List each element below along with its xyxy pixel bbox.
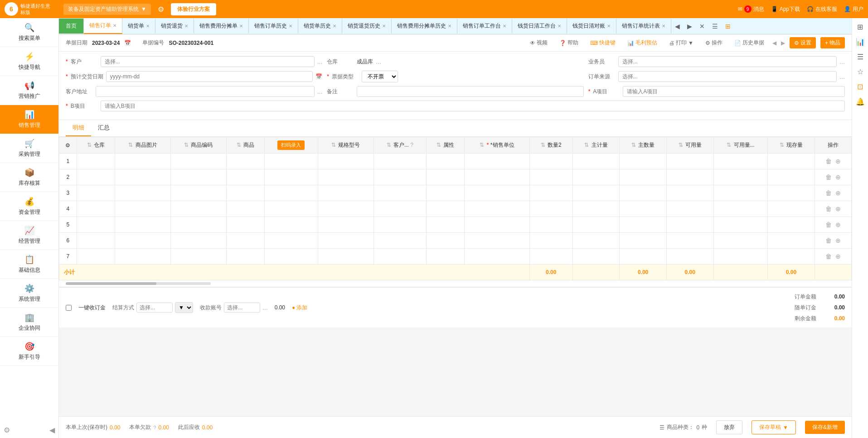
col-sort-icon[interactable]: ⇅ xyxy=(87,142,92,148)
sidebar-bottom-settings[interactable]: ⚙ xyxy=(4,426,10,434)
staff-ellipsis[interactable]: ... xyxy=(839,58,845,65)
row-copy-btn[interactable]: ⊕ xyxy=(834,173,842,182)
a-project-input[interactable] xyxy=(623,86,845,97)
tab-home[interactable]: 首页 xyxy=(59,19,84,34)
account-ellipsis[interactable]: ... xyxy=(262,304,268,311)
tab-close-icon[interactable]: ✕ xyxy=(289,24,292,29)
tab-sales-workbench[interactable]: 销售订单工作台 ✕ xyxy=(457,19,512,34)
delivery-input[interactable] xyxy=(106,71,313,82)
col-settings[interactable]: ⚙ xyxy=(59,137,77,154)
col-sort-icon[interactable]: ⇅ xyxy=(541,142,545,148)
tab-cash-reconcile[interactable]: 钱货日清对账 ✕ xyxy=(567,19,616,34)
tab-close-icon[interactable]: ✕ xyxy=(558,24,561,29)
user-button[interactable]: 👤 用户 xyxy=(844,5,863,13)
row-delete-btn[interactable]: 🗑 xyxy=(824,173,833,182)
sidebar-item-system[interactable]: ⚙️ 系统管理 xyxy=(0,279,58,308)
tab-nav-menu[interactable]: ☰ xyxy=(708,20,722,32)
payment-method-select[interactable]: ▼ xyxy=(175,302,193,313)
sidebar-item-quick-nav[interactable]: ⚡ 快捷导航 xyxy=(0,47,58,76)
toolbar-nav-prev[interactable]: ◀ xyxy=(772,40,776,46)
sidebar-item-basic[interactable]: 📋 基础信息 xyxy=(0,250,58,279)
right-icon-list[interactable]: ☰ xyxy=(854,50,867,63)
right-icon-orange[interactable]: ⊡ xyxy=(854,80,867,93)
col-sort-icon[interactable]: ⇅ xyxy=(780,142,784,148)
customer-input[interactable] xyxy=(101,56,315,67)
row-delete-btn[interactable]: 🗑 xyxy=(824,204,833,213)
tab-close-icon[interactable]: ✕ xyxy=(503,24,506,29)
col-sort-icon[interactable]: ⇅ xyxy=(128,142,133,148)
col-sort-icon[interactable]: ⇅ xyxy=(331,142,336,148)
sidebar-item-search[interactable]: 🔍 搜索菜单 xyxy=(0,18,58,47)
col-sort-icon[interactable]: ⇅ xyxy=(387,142,391,148)
row-copy-btn[interactable]: ⊕ xyxy=(834,188,842,197)
sidebar-item-enterprise[interactable]: 🏢 企业协同 xyxy=(0,308,58,337)
address-input[interactable] xyxy=(96,86,315,97)
save-draft-btn[interactable]: 保存草稿 ▼ xyxy=(752,420,796,434)
sidebar-item-operations[interactable]: 📈 经营管理 xyxy=(0,221,58,250)
tab-sales-order[interactable]: 销售订单 ✕ xyxy=(84,18,122,34)
col-sort-icon[interactable]: ⇅ xyxy=(237,142,241,148)
sidebar-collapse-btn[interactable]: ◀ xyxy=(49,426,55,434)
payment-method-input[interactable] xyxy=(136,303,173,313)
app-download-button[interactable]: 📱 App下载 xyxy=(771,5,800,13)
tab-nav-close-all[interactable]: ✕ xyxy=(696,20,708,32)
warehouse-ellipsis[interactable]: ... xyxy=(376,58,381,65)
add-goods-btn[interactable]: + 物品 xyxy=(820,37,845,48)
tab-nav-next[interactable]: ▶ xyxy=(684,20,696,32)
tab-close-icon[interactable]: ✕ xyxy=(607,24,611,29)
row-copy-btn[interactable]: ⊕ xyxy=(834,157,842,166)
tab-sales-history[interactable]: 销售订单历史 ✕ xyxy=(249,19,298,34)
sidebar-item-purchase[interactable]: 🛒 采购管理 xyxy=(0,134,58,163)
tab-close-icon[interactable]: ✕ xyxy=(382,24,386,29)
remark-input[interactable] xyxy=(357,86,583,97)
tab-close-icon[interactable]: ✕ xyxy=(239,24,243,29)
tab-close-icon[interactable]: ✕ xyxy=(146,24,150,29)
scan-btn[interactable]: 扫码录入 xyxy=(277,140,305,150)
row-delete-btn[interactable]: 🗑 xyxy=(824,236,833,245)
row-delete-btn[interactable]: 🗑 xyxy=(824,252,833,261)
action-btn[interactable]: ⚙ 操作 xyxy=(702,38,726,48)
col-sort-icon[interactable]: ⇅ xyxy=(727,142,731,148)
save-new-btn[interactable]: 保存&新增 xyxy=(805,421,845,434)
tab-sales-return-history2[interactable]: 销货退货历史 ✕ xyxy=(342,19,392,34)
industry-btn[interactable]: 体验行业方案 xyxy=(171,3,216,15)
delivery-calendar-icon[interactable]: 📅 xyxy=(315,73,322,80)
col-sort-icon[interactable]: ⇅ xyxy=(584,142,589,148)
tab-detail[interactable]: 明细 xyxy=(66,120,91,136)
shortcut-btn[interactable]: ⌨ 快捷键 xyxy=(587,38,619,48)
tab-cash-workbench[interactable]: 钱货日清工作台 ✕ xyxy=(512,19,567,34)
profit-btn[interactable]: 📊 毛利预估 xyxy=(624,38,661,48)
discard-btn[interactable]: 放弃 xyxy=(716,420,742,434)
print-btn[interactable]: 🖨 打印 ▼ xyxy=(665,38,697,48)
message-button[interactable]: ✉ 9 消息 xyxy=(738,5,764,13)
col-sort-icon[interactable]: ⇅ xyxy=(679,142,683,148)
invoice-select[interactable]: 不开票 xyxy=(362,71,398,82)
calendar-icon[interactable]: 📅 xyxy=(124,40,131,46)
tab-nav-prev[interactable]: ◀ xyxy=(671,20,684,32)
customer-ellipsis[interactable]: ... xyxy=(317,58,323,65)
row-delete-btn[interactable]: 🗑 xyxy=(824,220,833,229)
auto-deposit-checkbox[interactable] xyxy=(66,305,72,311)
system-title-button[interactable]: 装备及固定资产辅助管理系统 ▼ xyxy=(63,4,151,15)
row-copy-btn[interactable]: ⊕ xyxy=(834,220,842,229)
toolbar-nav-next[interactable]: ▶ xyxy=(781,40,785,46)
row-copy-btn[interactable]: ⊕ xyxy=(834,236,842,245)
tab-close-icon[interactable]: ✕ xyxy=(662,24,665,29)
tab-close-icon[interactable]: ✕ xyxy=(333,24,336,29)
save-draft-dropdown-icon[interactable]: ▼ xyxy=(783,424,788,431)
row-delete-btn[interactable]: 🗑 xyxy=(824,157,833,166)
right-icon-bell[interactable]: 🔔 xyxy=(854,95,867,108)
help-btn[interactable]: ❓ 帮助 xyxy=(556,38,582,48)
add-payment-btn[interactable]: ● 添加 xyxy=(292,304,307,312)
staff-input[interactable] xyxy=(618,56,837,67)
sidebar-item-finance[interactable]: 💰 资金管理 xyxy=(0,192,58,221)
tab-nav-orange[interactable]: ⊞ xyxy=(722,20,734,32)
settings-btn[interactable]: ⚙ 设置 xyxy=(790,37,816,48)
order-source-input[interactable] xyxy=(618,71,837,82)
sidebar-item-sales[interactable]: 📊 销售管理 xyxy=(0,105,58,134)
order-source-ellipsis[interactable]: ... xyxy=(839,73,845,80)
view-btn[interactable]: 👁 视频 xyxy=(526,38,551,48)
address-ellipsis[interactable]: ... xyxy=(317,88,323,95)
right-icon-grid[interactable]: ⊞ xyxy=(854,20,867,33)
payment-account-input[interactable] xyxy=(224,303,260,313)
